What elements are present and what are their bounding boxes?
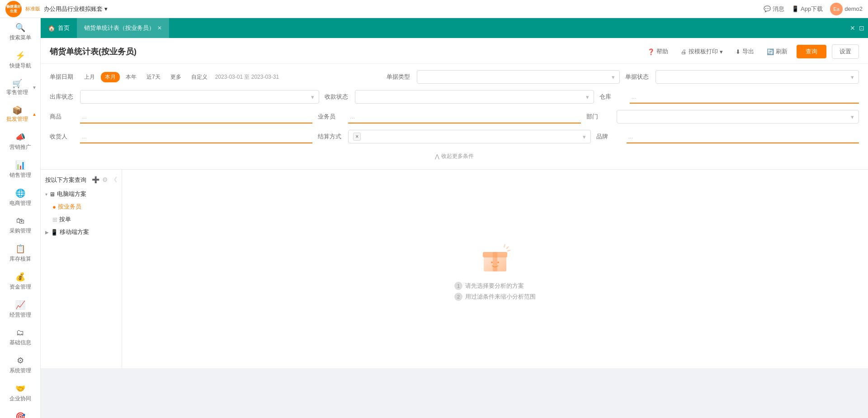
brand-subtitle: 标准版 — [25, 5, 40, 12]
empty-state: 1 请先选择要分析的方案 2 用过滤条件来缩小分析范围 — [122, 170, 868, 368]
left-panel: 按以下方案查询 ➕ ⚙ 《 ▾ 🖥 电脑端方案 — [41, 170, 122, 368]
dept-select[interactable]: ▾ — [617, 110, 859, 124]
refresh-btn[interactable]: 🔄 刷新 — [763, 46, 791, 57]
wholesale-arrow: ▲ — [32, 112, 37, 117]
message-label: 消息 — [773, 5, 784, 13]
sidebar-label-purchase: 采购管理 — [9, 227, 31, 235]
tab-home-label: 首页 — [58, 24, 70, 32]
sidebar-label-search: 搜索菜单 — [9, 34, 31, 42]
print-btn[interactable]: 🖨 按模板打印 ▾ — [677, 46, 726, 57]
tree-by-order[interactable]: ⊞ 按单 — [41, 213, 122, 226]
topbar-right: 💬 消息 📱 App下载 Ea demo2 — [764, 3, 863, 15]
sidebar-item-finance[interactable]: 💰 资金管理 — [0, 267, 40, 295]
tab-sales-stat-label: 销货单统计表（按业务员） — [84, 24, 155, 32]
settle-label: 结算方式 — [318, 133, 343, 141]
export-btn[interactable]: ⬇ 导出 — [732, 46, 758, 57]
sidebar-label-wholesale: 批发管理 — [6, 115, 28, 123]
query-btn[interactable]: 查询 — [797, 45, 826, 58]
user-profile[interactable]: Ea demo2 — [830, 3, 863, 15]
monitor-icon: 🖥 — [49, 191, 55, 198]
salesman-tree-icon: ● — [52, 204, 56, 210]
svg-point-6 — [491, 261, 493, 263]
tree-expand-mobile: ▶ — [45, 230, 49, 235]
sidebar-item-marketing[interactable]: 📣 营销推广 — [0, 128, 40, 156]
sidebar-label-basic: 基础信息 — [9, 339, 31, 347]
sidebar-item-basic[interactable]: 🗂 基础信息 — [0, 323, 40, 351]
empty-tip-1: 1 请先选择要分析的方案 — [454, 282, 536, 290]
help-icon: ❓ — [647, 48, 655, 55]
date-btn-this-month[interactable]: 本月 — [101, 72, 120, 82]
date-btn-prev-month[interactable]: 上月 — [80, 72, 99, 82]
messages-btn[interactable]: 💬 消息 — [764, 5, 784, 13]
salesman-label: 业务员 — [318, 113, 343, 121]
date-btn-this-year[interactable]: 本年 — [122, 72, 141, 82]
content-area: 🏠 首页 销货单统计表（按业务员） ✕ ✕ ⊡ 销货单统计表(按业务员) — [41, 18, 868, 418]
salesman-input[interactable]: ... — [348, 110, 580, 124]
inventory-icon: 📋 — [15, 244, 25, 254]
help-btn[interactable]: ❓ 帮助 — [644, 46, 672, 57]
page-actions: ❓ 帮助 🖨 按模板打印 ▾ ⬇ 导出 🔄 — [644, 44, 859, 59]
tab-home[interactable]: 🏠 首页 — [41, 18, 77, 38]
collapse-panel-btn[interactable]: 《 — [111, 176, 117, 184]
settings-schema-btn[interactable]: ⚙ — [102, 176, 108, 184]
sidebar-item-purchase[interactable]: 🛍 采购管理 — [0, 212, 40, 239]
doc-type-select[interactable]: ▾ — [417, 70, 620, 84]
sidebar-item-guide[interactable]: 🎯 新手引导 — [0, 407, 40, 418]
sidebar-item-ecommerce[interactable]: 🌐 电商管理 — [0, 184, 40, 212]
tree-pc-root[interactable]: ▾ 🖥 电脑端方案 — [41, 188, 122, 200]
export-label: 导出 — [742, 48, 754, 56]
collapse-label: 收起更多条件 — [441, 152, 474, 160]
tab-sales-stat[interactable]: 销货单统计表（按业务员） ✕ — [77, 18, 169, 38]
warehouse-dots: ... — [632, 93, 637, 100]
out-status-select[interactable]: ▾ — [80, 90, 319, 104]
app-download-btn[interactable]: 📱 App下载 — [792, 5, 823, 13]
brand-input[interactable]: ... — [627, 130, 859, 143]
settings-btn[interactable]: 设置 — [832, 44, 859, 59]
tab-close-window-btn[interactable]: ✕ — [850, 24, 855, 32]
tab-bar: 🏠 首页 销货单统计表（按业务员） ✕ ✕ ⊡ — [41, 18, 868, 38]
sidebar-item-enterprise[interactable]: 🤝 企业协同 — [0, 379, 40, 407]
wholesale-icon: 📦 — [12, 105, 22, 115]
warehouse-input[interactable]: ... — [630, 90, 859, 104]
page-content: 销货单统计表(按业务员) ❓ 帮助 🖨 按模板打印 ▾ ⬇ — [41, 38, 868, 418]
print-label: 按模板打印 — [689, 48, 718, 56]
date-btn-more[interactable]: 更多 — [166, 72, 185, 82]
svg-line-3 — [506, 247, 509, 249]
enterprise-icon: 🤝 — [15, 384, 25, 394]
sidebar-item-inventory[interactable]: 📋 库存核算 — [0, 239, 40, 267]
basic-icon: 🗂 — [16, 328, 24, 337]
tab-maximize-btn[interactable]: ⊡ — [859, 24, 864, 32]
salesman-dots: ... — [350, 113, 355, 120]
tree-salesman[interactable]: ● 按业务员 — [41, 200, 122, 213]
filter-row-4: 收货人 ... 结算方式 × ▾ 品牌 ... — [50, 130, 859, 143]
collapse-row: ⋀ 收起更多条件 — [50, 150, 859, 163]
settle-select[interactable]: × ▾ — [348, 130, 590, 143]
brand-logo: 畅捷通好生意 — [5, 1, 22, 17]
tree-mobile-root[interactable]: ▶ 📱 移动端方案 — [41, 226, 122, 238]
sidebar-item-system[interactable]: ⚙ 系统管理 — [0, 351, 40, 379]
sidebar-item-quick-nav[interactable]: ⚡ 快捷导航 — [0, 46, 40, 74]
payment-status-select[interactable]: ▾ — [355, 90, 594, 104]
app-selector[interactable]: 办公用品行业模拟账套 ▾ — [44, 5, 108, 13]
sidebar-label-operation: 经营管理 — [9, 311, 31, 319]
tree-pc-label: 电脑端方案 — [57, 190, 86, 198]
date-btn-7days[interactable]: 近7天 — [142, 72, 165, 82]
phone-icon: 📱 — [792, 5, 799, 12]
receiver-input[interactable]: ... — [80, 130, 312, 143]
page-header: 销货单统计表(按业务员) ❓ 帮助 🖨 按模板打印 ▾ ⬇ — [41, 38, 868, 64]
doc-status-select[interactable]: ▾ — [656, 70, 859, 84]
guide-icon: 🎯 — [15, 412, 25, 418]
sidebar-item-retail[interactable]: 🛒 零售管理 ▼ — [0, 74, 40, 101]
app-download-label: App下载 — [801, 5, 823, 13]
sidebar-item-sales[interactable]: 📊 销售管理 — [0, 156, 40, 184]
dept-label: 部门 — [586, 113, 611, 121]
sidebar-item-search[interactable]: 🔍 搜索菜单 — [0, 18, 40, 46]
settle-tag[interactable]: × — [353, 133, 361, 141]
goods-input[interactable]: ... — [80, 110, 312, 124]
collapse-btn[interactable]: ⋀ 收起更多条件 — [435, 152, 474, 160]
sidebar-item-operation[interactable]: 📈 经营管理 — [0, 295, 40, 323]
sidebar-item-wholesale[interactable]: 📦 批发管理 ▲ — [0, 101, 40, 128]
add-schema-btn[interactable]: ➕ — [92, 176, 99, 184]
date-btn-custom[interactable]: 自定义 — [187, 72, 212, 82]
tab-close-btn[interactable]: ✕ — [157, 25, 162, 31]
